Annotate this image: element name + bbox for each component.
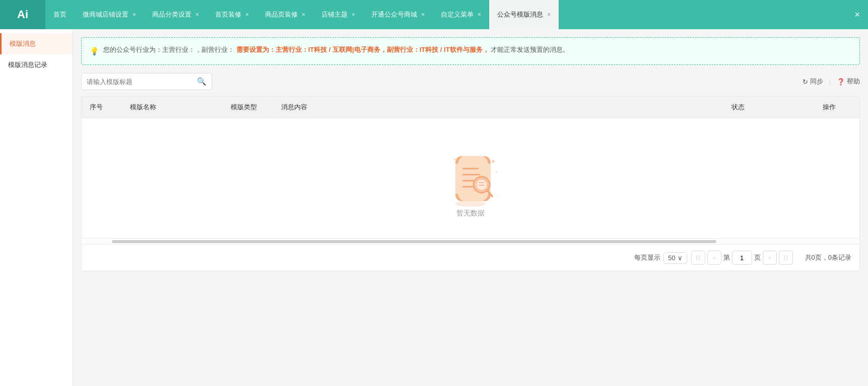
empty-state: ✦ ✦ ✦ 暂无数据 <box>82 118 859 238</box>
close-tab-icon[interactable]: × <box>478 11 481 18</box>
empty-illustration: ✦ ✦ ✦ <box>440 148 501 209</box>
th-name: 模版名称 <box>122 97 223 118</box>
nav-tab-label: 公众号模版消息 <box>497 10 543 19</box>
content-area: 💡 您的公众号行业为：主营行业：，副营行业： 需要设置为：主营行业：IT科技 /… <box>73 29 868 386</box>
horizontal-scrollbar[interactable] <box>82 238 859 244</box>
close-tab-icon[interactable]: × <box>302 11 305 18</box>
sync-icon: ↻ <box>803 78 808 86</box>
nav-tab-label: 微商城店铺设置 <box>83 10 128 19</box>
th-type: 模版类型 <box>223 97 273 118</box>
help-button[interactable]: ❓ 帮助 <box>837 77 860 86</box>
nav-tab-product-decor[interactable]: 商品页装修 × <box>257 0 313 29</box>
nav-tab-home[interactable]: 首页 <box>45 0 75 29</box>
nav-tab-label: 商品分类设置 <box>152 10 191 19</box>
nav-tab-label: 自定义菜单 <box>441 10 474 19</box>
close-tab-icon[interactable]: × <box>132 11 136 18</box>
close-all-tabs-button[interactable]: × <box>846 10 868 20</box>
toolbar-right: ↻ 同步 | ❓ 帮助 <box>803 77 860 86</box>
sync-button[interactable]: ↻ 同步 <box>803 77 823 86</box>
close-tab-icon[interactable]: × <box>547 11 551 18</box>
close-tab-icon[interactable]: × <box>195 11 199 18</box>
next-page-button[interactable]: ＞ <box>763 251 777 265</box>
nav-tab-label: 商品页装修 <box>265 10 298 19</box>
nav-tabs: 首页 微商城店铺设置 × 商品分类设置 × 首页装修 × 商品页装修 × 店铺主… <box>45 0 846 29</box>
empty-text: 暂无数据 <box>456 209 485 218</box>
sidebar-item-template-msg-record[interactable]: 模版消息记录 <box>0 54 73 75</box>
scrollbar-thumb[interactable] <box>112 240 716 243</box>
notice-text: 您的公众号行业为：主营行业：，副营行业： 需要设置为：主营行业：IT科技 / 互… <box>103 45 569 55</box>
nav-tab-store-theme[interactable]: 店铺主题 × <box>313 0 363 29</box>
page-size-value: 50 <box>668 254 675 262</box>
th-status: 状态 <box>723 97 799 118</box>
chevron-down-icon: ∨ <box>678 254 683 262</box>
search-icon[interactable]: 🔍 <box>197 77 207 86</box>
total-info: 共0页，0条记录 <box>805 253 851 262</box>
page-input-wrap: 第 页 <box>723 251 761 265</box>
sidebar: 模版消息 模版消息记录 <box>0 29 73 386</box>
nav-tab-open-mall[interactable]: 开通公众号商城 × <box>363 0 433 29</box>
sidebar-item-label: 模版消息 <box>10 40 36 47</box>
page-di-label: 第 <box>723 253 730 262</box>
th-action: 操作 <box>799 97 859 118</box>
sidebar-item-template-msg[interactable]: 模版消息 <box>0 33 73 54</box>
nav-tab-custom-menu[interactable]: 自定义菜单 × <box>433 0 489 29</box>
nav-tab-label: 首页装修 <box>215 10 241 19</box>
svg-point-0 <box>455 201 486 207</box>
help-icon: ❓ <box>837 78 845 86</box>
page-size-select: 每页显示 50 ∨ <box>634 252 687 264</box>
sidebar-item-label: 模版消息记录 <box>8 61 47 68</box>
page-unit-label: 页 <box>754 253 761 262</box>
nav-tab-label: 店铺主题 <box>321 10 348 19</box>
close-tab-icon[interactable]: × <box>352 11 355 18</box>
divider: | <box>829 78 831 86</box>
th-content: 消息内容 <box>273 97 723 118</box>
nav-tab-product-category[interactable]: 商品分类设置 × <box>144 0 207 29</box>
svg-text:✦: ✦ <box>491 158 496 165</box>
th-seq: 序号 <box>82 97 122 118</box>
close-tab-icon[interactable]: × <box>421 11 425 18</box>
nav-tab-label: 首页 <box>53 10 66 19</box>
notice-highlight: 需要设置为：主营行业：IT科技 / 互联网|电子商务，副营行业：IT科技 / I… <box>236 46 489 53</box>
page-size-dropdown[interactable]: 50 ∨ <box>663 252 687 264</box>
logo: Ai <box>0 0 45 29</box>
search-input-wrap: 🔍 <box>81 73 212 90</box>
nav-tab-template-msg[interactable]: 公众号模版消息 × <box>489 0 559 29</box>
main-layout: 模版消息 模版消息记录 💡 您的公众号行业为：主营行业：，副营行业： 需要设置为… <box>0 29 868 386</box>
table-header: 序号 模版名称 模版类型 消息内容 状态 操作 <box>82 97 859 118</box>
nav-tab-home-decor[interactable]: 首页装修 × <box>207 0 257 29</box>
page-nav: ⟨⟨ ＜ 第 页 ＞ ⟩⟩ <box>691 251 793 265</box>
search-input[interactable] <box>87 78 197 86</box>
page-size-label: 每页显示 <box>634 253 660 262</box>
total-label: 共0页，0条记录 <box>805 254 851 261</box>
top-nav: Ai 首页 微商城店铺设置 × 商品分类设置 × 首页装修 × 商品页装修 × … <box>0 0 868 29</box>
search-bar: 🔍 ↻ 同步 | ❓ 帮助 <box>81 73 860 90</box>
notice-icon: 💡 <box>90 45 99 57</box>
svg-text:✦: ✦ <box>495 170 498 175</box>
data-table: 序号 模版名称 模版类型 消息内容 状态 操作 <box>81 96 860 271</box>
prev-page-button[interactable]: ＜ <box>707 251 721 265</box>
nav-tab-store-settings[interactable]: 微商城店铺设置 × <box>75 0 144 29</box>
page-number-input[interactable] <box>732 251 752 265</box>
svg-text:✦: ✦ <box>453 157 457 162</box>
first-page-button[interactable]: ⟨⟨ <box>691 251 705 265</box>
nav-tab-label: 开通公众号商城 <box>371 10 417 19</box>
notice-box: 💡 您的公众号行业为：主营行业：，副营行业： 需要设置为：主营行业：IT科技 /… <box>81 37 860 65</box>
pagination: 每页显示 50 ∨ ⟨⟨ ＜ 第 页 ＞ ⟩⟩ <box>82 244 859 271</box>
last-page-button[interactable]: ⟩⟩ <box>779 251 793 265</box>
close-tab-icon[interactable]: × <box>245 11 249 18</box>
